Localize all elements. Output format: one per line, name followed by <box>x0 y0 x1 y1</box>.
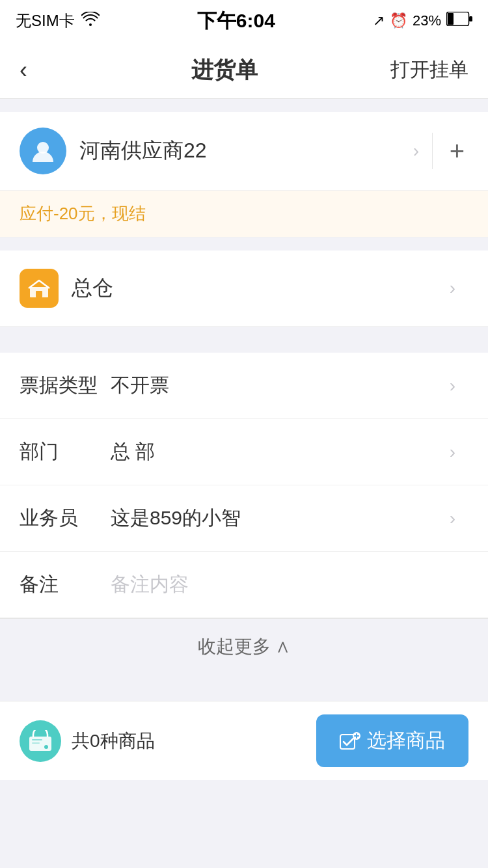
gray-fill-area <box>0 780 488 868</box>
status-time: 下午6:04 <box>197 8 275 34</box>
supplier-name: 河南供应商22 <box>79 137 413 165</box>
nav-bar: ‹ 进货单 打开挂单 <box>0 42 488 99</box>
salesperson-chevron-icon: › <box>450 508 455 529</box>
department-label: 部门 <box>20 439 111 465</box>
salesperson-value: 这是859的小智 <box>111 505 450 532</box>
supplier-chevron-icon: › <box>413 141 419 161</box>
svg-rect-1 <box>469 16 472 21</box>
bottom-bar: 共0种商品 选择商品 <box>0 701 488 780</box>
product-count-text: 共0种商品 <box>72 729 155 753</box>
back-button[interactable]: ‹ <box>20 57 59 84</box>
status-bar: 无SIM卡 下午6:04 ↗ ⏰ 23% <box>0 0 488 42</box>
select-product-label: 选择商品 <box>367 727 445 754</box>
remark-placeholder: 备注内容 <box>111 571 468 598</box>
product-icon <box>20 720 61 762</box>
warehouse-name: 总仓 <box>72 274 450 303</box>
product-count-area: 共0种商品 <box>20 720 155 762</box>
department-value: 总 部 <box>111 439 450 465</box>
notice-text: 应付-20元，现结 <box>20 204 146 223</box>
carrier-text: 无SIM卡 <box>16 10 75 31</box>
invoice-type-value: 不开票 <box>111 372 450 399</box>
svg-rect-2 <box>448 13 454 25</box>
remark-label: 备注 <box>20 571 111 598</box>
select-product-button[interactable]: 选择商品 <box>316 714 468 767</box>
wifi-icon <box>81 12 100 30</box>
collapse-button[interactable]: 收起更多 ∧ <box>0 618 488 675</box>
department-row[interactable]: 部门 总 部 › <box>0 419 488 485</box>
warehouse-row[interactable]: 总仓 › <box>0 251 488 327</box>
status-left: 无SIM卡 <box>16 10 100 31</box>
invoice-type-label: 票据类型 <box>20 372 111 399</box>
salesperson-row[interactable]: 业务员 这是859的小智 › <box>0 485 488 552</box>
battery-icon <box>446 12 472 30</box>
form-section: 票据类型 不开票 › 部门 总 部 › 业务员 这是859的小智 › 备注 备注… <box>0 353 488 618</box>
collapse-label: 收起更多 ∧ <box>198 634 291 659</box>
supplier-row[interactable]: 河南供应商22 › + <box>0 112 488 191</box>
section-gap-3 <box>0 327 488 340</box>
invoice-type-row[interactable]: 票据类型 不开票 › <box>0 353 488 419</box>
svg-rect-11 <box>32 742 40 744</box>
warehouse-chevron-icon: › <box>450 278 455 299</box>
department-chevron-icon: › <box>450 442 455 463</box>
section-gap-4 <box>0 675 488 688</box>
supplier-avatar <box>20 128 66 174</box>
add-supplier-button[interactable]: + <box>432 133 468 169</box>
section-gap-1 <box>0 99 488 112</box>
open-pending-button[interactable]: 打开挂单 <box>390 57 468 83</box>
svg-rect-10 <box>32 739 42 740</box>
status-right: ↗ ⏰ 23% <box>373 12 472 30</box>
salesperson-label: 业务员 <box>20 505 111 532</box>
location-icon: ↗ <box>373 12 385 29</box>
warehouse-icon <box>20 269 59 308</box>
svg-rect-12 <box>340 735 355 749</box>
svg-rect-5 <box>36 291 42 297</box>
section-gap-2 <box>0 237 488 251</box>
battery-text: 23% <box>413 12 441 29</box>
page-title: 进货单 <box>191 55 258 85</box>
invoice-type-chevron-icon: › <box>450 375 455 396</box>
alarm-icon: ⏰ <box>390 12 407 29</box>
remark-row[interactable]: 备注 备注内容 <box>0 552 488 618</box>
supplier-card: 河南供应商22 › + 应付-20元，现结 <box>0 112 488 237</box>
notice-bar: 应付-20元，现结 <box>0 191 488 237</box>
